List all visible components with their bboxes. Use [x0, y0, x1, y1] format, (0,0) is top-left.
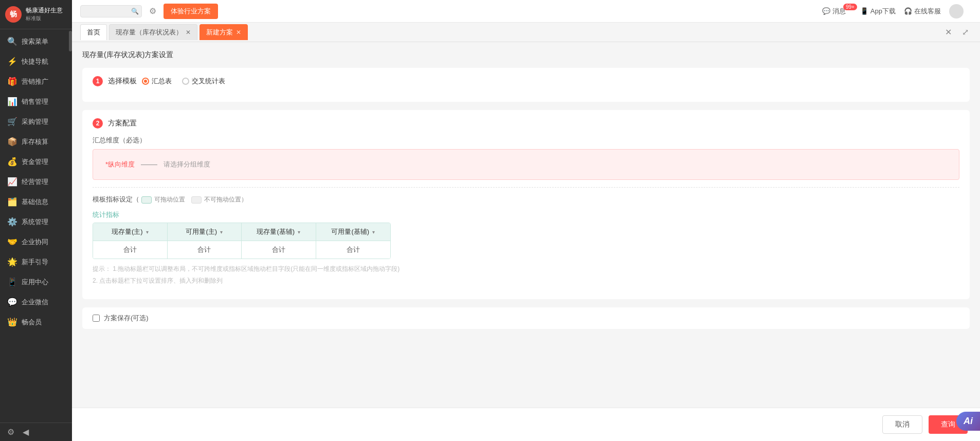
- sidebar-icon-basic-info: 🗂️: [7, 197, 17, 207]
- radio-cross[interactable]: 交叉统计表: [182, 77, 225, 86]
- radio-dot-cross: [182, 78, 189, 85]
- sidebar-item-quick-nav[interactable]: ⚡ 快捷导航: [0, 51, 72, 71]
- user-avatar[interactable]: [949, 4, 964, 19]
- section2-title: 方案配置: [108, 119, 137, 128]
- sidebar-icon-search: 🔍: [7, 36, 17, 46]
- sidebar-icon-inventory: 📦: [7, 137, 17, 146]
- sidebar-icon-enterprise-wechat: 💬: [7, 297, 17, 307]
- indicator-settings: 模板指标设定（ 可拖动位置 不可拖动位置）: [93, 195, 959, 204]
- stats-col-header[interactable]: 现存量(基辅)▾: [242, 223, 316, 241]
- chevron-down-icon: ▾: [220, 229, 223, 235]
- message-count: 99+: [843, 4, 857, 10]
- collapse-icon[interactable]: ◀: [23, 427, 29, 437]
- save-label: 方案保存(可选): [104, 314, 149, 323]
- settings-icon[interactable]: ⚙: [7, 427, 14, 437]
- save-section: 方案保存(可选): [82, 307, 970, 329]
- dialog-controls: ✕ ⤢: [942, 26, 972, 38]
- sidebar-item-new-guide[interactable]: 🌟 新手引导: [0, 252, 72, 272]
- sidebar-item-search[interactable]: 🔍 搜索菜单: [0, 31, 72, 51]
- divider-1: [93, 187, 959, 188]
- dim-placeholder: 请选择分组维度: [164, 160, 210, 169]
- stats-label: 统计指标: [93, 210, 959, 219]
- main-area: 🔍 ⚙ 体验行业方案 💬 消息 99+ 📱 App下载 🎧 在线客服: [72, 0, 980, 441]
- sidebar-item-inventory[interactable]: 📦 库存核算: [0, 132, 72, 152]
- sidebar-item-cooperation[interactable]: 🤝 企业协同: [0, 232, 72, 252]
- sidebar-icon-operation: 📈: [7, 177, 17, 187]
- sidebar-icon-marketing: 🎁: [7, 77, 17, 86]
- sidebar-icon-system: ⚙️: [7, 217, 17, 227]
- sidebar-icon-purchase: 🛒: [7, 117, 17, 126]
- sidebar-footer: ⚙ ◀: [0, 422, 72, 441]
- sidebar-item-marketing[interactable]: 🎁 营销推广: [0, 71, 72, 91]
- section2-header: 2 方案配置: [93, 118, 959, 128]
- sidebar-label-sales: 销售管理: [22, 97, 48, 106]
- app-download-btn[interactable]: 📱 App下载: [860, 7, 896, 16]
- save-checkbox[interactable]: [93, 315, 100, 322]
- sidebar-label-basic-info: 基础信息: [22, 197, 48, 207]
- headset-icon: 🎧: [904, 7, 912, 15]
- sidebar-item-sales[interactable]: 📊 销售管理: [0, 91, 72, 112]
- stats-cell: 合计: [316, 241, 391, 259]
- stats-col-header[interactable]: 现存量(主)▾: [93, 223, 168, 241]
- close-dialog-btn[interactable]: ✕: [942, 26, 955, 38]
- section2-num: 2: [93, 118, 103, 128]
- sidebar-icon-cooperation: 🤝: [7, 237, 17, 247]
- sidebar-item-app-center[interactable]: 📱 应用中心: [0, 272, 72, 292]
- tab-close-new-scheme[interactable]: ✕: [236, 29, 241, 36]
- legend-draggable: 可拖动位置: [141, 195, 185, 204]
- sidebar-icon-finance: 💰: [7, 157, 17, 167]
- sidebar-icon-quick-nav: ⚡: [7, 57, 17, 66]
- section-template: 1 选择模板 汇总表 交叉统计表: [82, 68, 970, 102]
- search-icon: 🔍: [131, 8, 139, 15]
- sidebar-icon-app-center: 📱: [7, 277, 17, 287]
- logo-icon: 畅: [5, 6, 22, 23]
- stats-header: 现存量(主)▾可用量(主)▾现存量(基辅)▾可用量(基辅)▾: [93, 223, 390, 241]
- sidebar-item-basic-info[interactable]: 🗂️ 基础信息: [0, 192, 72, 212]
- topbar-right: 💬 消息 99+ 📱 App下载 🎧 在线客服: [822, 4, 972, 19]
- app-edition: 标准版: [26, 15, 63, 22]
- ai-badge[interactable]: Ai: [956, 412, 980, 431]
- sidebar-scrollbar[interactable]: [69, 31, 72, 51]
- sidebar-item-operation[interactable]: 📈 经营管理: [0, 172, 72, 192]
- stats-col-header[interactable]: 可用量(主)▾: [168, 223, 242, 241]
- sidebar-item-system[interactable]: ⚙️ 系统管理: [0, 212, 72, 232]
- message-icon: 💬: [822, 7, 830, 15]
- stats-table: 现存量(主)▾可用量(主)▾现存量(基辅)▾可用量(基辅)▾ 合计合计合计合计: [93, 223, 391, 259]
- tab-inventory-status[interactable]: 现存量（库存状况表） ✕: [109, 24, 197, 40]
- search-wrap: 🔍: [80, 5, 142, 17]
- topbar: 🔍 ⚙ 体验行业方案 💬 消息 99+ 📱 App下载 🎧 在线客服: [72, 0, 980, 23]
- template-radio-group: 汇总表 交叉统计表: [142, 77, 225, 86]
- expand-dialog-btn[interactable]: ⤢: [959, 26, 972, 38]
- sidebar-item-enterprise-wechat[interactable]: 💬 企业微信: [0, 292, 72, 312]
- cancel-button[interactable]: 取消: [882, 415, 922, 434]
- page-title: 现存量(库存状况表)方案设置: [82, 50, 970, 60]
- sidebar-icon-membership: 👑: [7, 317, 17, 327]
- dimension-box[interactable]: *纵向维度 —— 请选择分组维度: [93, 149, 959, 180]
- sidebar-icon-new-guide: 🌟: [7, 257, 17, 267]
- industry-btn[interactable]: 体验行业方案: [164, 4, 218, 19]
- sidebar-label-purchase: 采购管理: [22, 117, 48, 126]
- online-service-btn[interactable]: 🎧 在线客服: [904, 7, 941, 16]
- sidebar-item-purchase[interactable]: 🛒 采购管理: [0, 112, 72, 132]
- app-name: 畅康通好生意: [26, 7, 63, 15]
- sidebar-label-finance: 资金管理: [22, 157, 48, 167]
- sidebar-item-finance[interactable]: 💰 资金管理: [0, 152, 72, 172]
- sidebar-label-enterprise-wechat: 企业微信: [22, 298, 48, 307]
- sidebar-label-app-center: 应用中心: [22, 278, 48, 287]
- section1-header: 1 选择模板 汇总表 交叉统计表: [93, 76, 959, 86]
- radio-summary[interactable]: 汇总表: [142, 77, 172, 86]
- topbar-settings-icon[interactable]: ⚙: [147, 4, 158, 18]
- dim-required-mark: *纵向维度: [105, 160, 135, 169]
- sidebar-label-cooperation: 企业协同: [22, 237, 48, 247]
- sidebar-label-membership: 畅会员: [22, 318, 42, 327]
- tab-home[interactable]: 首页: [80, 24, 107, 40]
- sidebar-label-inventory: 库存核算: [22, 137, 48, 146]
- sidebar-item-membership[interactable]: 👑 畅会员: [0, 312, 72, 332]
- tab-close-inventory[interactable]: ✕: [186, 29, 191, 36]
- message-badge[interactable]: 💬 消息 99+: [822, 7, 852, 16]
- chevron-down-icon: ▾: [298, 229, 300, 235]
- tab-new-scheme[interactable]: 新建方案 ✕: [199, 24, 248, 40]
- content-area: 现存量(库存状况表)方案设置 1 选择模板 汇总表 交叉统计表: [72, 42, 980, 408]
- stats-col-header[interactable]: 可用量(基辅)▾: [316, 223, 391, 241]
- dim-separator: ——: [141, 160, 157, 169]
